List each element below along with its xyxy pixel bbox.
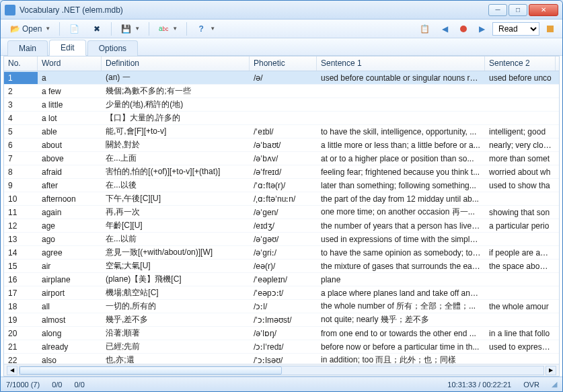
resize-grip-icon[interactable]: ◢ <box>552 380 557 389</box>
new-doc-button[interactable]: 📄 <box>64 22 84 36</box>
find-button[interactable]: abc▼ <box>153 22 182 36</box>
cell-sentence2: used before unco <box>485 72 556 84</box>
col-header-no[interactable]: No. <box>4 56 38 71</box>
cell-sentence2: nearly; very close <box>485 139 556 151</box>
save-button[interactable]: 💾▼ <box>116 22 145 36</box>
table-row[interactable]: 20along沿著;順著/əˈlɒŋ/from one end to or to… <box>4 327 559 340</box>
cell-word: afternoon <box>38 193 102 205</box>
app-window: Vocabulary .NET (elem.mdb) ─ □ ✕ 📂 Open … <box>0 0 563 392</box>
find-icon: abc <box>158 24 169 34</box>
table-row[interactable]: 17airport機場;航空站[C]/ˈeəpɔːt/a place where… <box>4 286 559 300</box>
cell-phonetic: /əˈlɒŋ/ <box>250 327 317 340</box>
cell-phonetic: /əˈfreɪd/ <box>250 166 317 178</box>
cell-no: 10 <box>4 193 38 205</box>
cell-phonetic <box>250 90 317 93</box>
status-counter2: 0/0 <box>74 381 84 389</box>
table-row[interactable]: 16airplane(plane)【美】飛機[C]/ˈeəpleɪn/plane <box>4 273 559 286</box>
table-row[interactable]: 2a few幾個;為數不多的;有一些 <box>4 85 559 98</box>
mode-select[interactable]: Read <box>492 22 539 36</box>
table-row[interactable]: 13ago在...以前/əˈgəʊ/used in expressions of… <box>4 233 559 246</box>
cell-sentence1: a little more or less than; a little bef… <box>317 139 485 151</box>
cell-definition: 再,再一次 <box>102 205 250 219</box>
col-header-definition[interactable]: Definition <box>102 56 250 71</box>
cell-phonetic: /əˈgəʊ/ <box>250 233 317 245</box>
table-row[interactable]: 19almost幾乎,差不多/ˈɔːlməʊst/not quite; near… <box>4 313 559 327</box>
cell-sentence2: in a line that follo <box>485 327 556 340</box>
cell-definition: (an) 一 <box>102 71 250 85</box>
tab-main[interactable]: Main <box>7 40 48 56</box>
cell-definition: 機場;航空站[C] <box>102 286 250 300</box>
cell-sentence2: used to express su <box>485 341 556 353</box>
scroll-right-button[interactable]: ▶ <box>546 366 556 375</box>
delete-button[interactable]: ✖ <box>87 22 107 36</box>
table-row[interactable]: 11again再,再一次/əˈgen/one more time; on ano… <box>4 206 559 219</box>
table-row[interactable]: 15air空氣;大氣[U]/eə(r)/the mixture of gases… <box>4 260 559 273</box>
table-row[interactable]: 10afternoon下午,午後[C][U]/ˌɑːftəˈnuːn/the p… <box>4 192 559 206</box>
table-row[interactable]: 8afraid害怕的,怕的[(+of)][+to-v][+(that)]/əˈf… <box>4 165 559 179</box>
tabstrip: Main Edit Options <box>1 38 562 56</box>
tab-options[interactable]: Options <box>87 40 138 56</box>
col-header-sentence1[interactable]: Sentence 1 <box>317 56 485 71</box>
stop-button[interactable] <box>542 22 558 36</box>
scroll-thumb[interactable] <box>20 366 282 375</box>
col-header-sentence2[interactable]: Sentence 2 <box>485 56 556 71</box>
cell-no: 11 <box>4 206 38 219</box>
cell-phonetic: /ˈeəpɔːt/ <box>250 287 317 299</box>
chevron-down-icon: ▼ <box>172 26 178 32</box>
table-row[interactable]: 12age年齡[C][U]/eɪdʒ/the number of years t… <box>4 219 559 233</box>
cell-no: 21 <box>4 341 38 353</box>
cell-sentence1 <box>317 90 485 93</box>
col-header-word[interactable]: Word <box>38 56 102 71</box>
cell-word: after <box>38 180 102 192</box>
cell-phonetic <box>250 117 317 120</box>
clipboard-button[interactable]: 📋 <box>414 22 435 36</box>
grid-body[interactable]: 1a(an) 一/ə/used before countable or sing… <box>4 71 559 364</box>
close-button[interactable]: ✕ <box>529 4 558 16</box>
cell-phonetic: /ˌɑːftəˈnuːn/ <box>250 193 317 205</box>
cell-no: 3 <box>4 99 38 111</box>
cell-no: 22 <box>4 354 38 364</box>
cell-word: airport <box>38 287 102 299</box>
table-row[interactable]: 21already已經;先前/ɔːlˈredɪ/before now or be… <box>4 340 559 354</box>
open-button[interactable]: 📂 Open ▼ <box>5 22 55 36</box>
save-icon: 💾 <box>120 24 131 34</box>
cell-definition: 也,亦;還 <box>102 353 250 364</box>
cell-sentence2: the whole amour <box>485 301 556 313</box>
cell-sentence2 <box>485 198 556 200</box>
table-row[interactable]: 3a little少量的(地),稍許的(地) <box>4 98 559 112</box>
maximize-button[interactable]: □ <box>509 4 527 16</box>
chevron-down-icon: ▼ <box>210 26 215 32</box>
toolbar: 📂 Open ▼ 📄 ✖ 💾▼ abc▼ ?▼ 📋 ◀ ▶ Read <box>1 19 562 38</box>
prev-button[interactable]: ◀ <box>437 22 453 36</box>
cell-word: air <box>38 260 102 272</box>
cell-definition: 已經;先前 <box>102 340 250 354</box>
table-row[interactable]: 18all一切的,所有的/ɔːl/the whole number of 所有；… <box>4 300 559 313</box>
cell-no: 12 <box>4 220 38 232</box>
next-button[interactable]: ▶ <box>474 22 490 36</box>
col-header-phonetic[interactable]: Phonetic <box>250 56 317 71</box>
tab-edit[interactable]: Edit <box>49 40 86 56</box>
cell-word: agree <box>38 247 102 259</box>
minimize-button[interactable]: ─ <box>488 4 507 16</box>
record-button[interactable] <box>455 22 472 36</box>
table-row[interactable]: 14agree意見一致[(+with/about/on)][W]/əˈgriː/… <box>4 246 559 260</box>
help-button[interactable]: ?▼ <box>191 22 220 36</box>
table-row[interactable]: 6about關於,對於/əˈbaʊt/a little more or less… <box>4 139 559 152</box>
cell-word: able <box>38 126 102 138</box>
cell-word: again <box>38 206 102 219</box>
scroll-left-button[interactable]: ◀ <box>7 366 17 375</box>
cell-sentence2 <box>485 104 556 106</box>
cell-phonetic: /ə/ <box>250 72 317 84</box>
cell-word: all <box>38 301 102 313</box>
table-row[interactable]: 7above在...上面/əˈbʌv/at or to a higher pla… <box>4 152 559 165</box>
table-row[interactable]: 4a lot【口】大量的,許多的 <box>4 112 559 125</box>
cell-sentence2 <box>485 117 556 120</box>
cell-sentence2: showing that son <box>485 206 556 219</box>
horizontal-scrollbar[interactable]: ◀ ▶ <box>4 364 559 376</box>
table-row[interactable]: 5able能,可,會[F][+to-v]/ˈeɪbl/to have the s… <box>4 125 559 139</box>
cell-definition: 少量的(地),稍許的(地) <box>102 97 250 112</box>
table-row[interactable]: 1a(an) 一/ə/used before countable or sing… <box>4 71 559 85</box>
scroll-track[interactable] <box>19 366 544 375</box>
table-row[interactable]: 22also也,亦;還/ˈɔːlsəʊ/in addition; too 而且；… <box>4 354 559 364</box>
table-row[interactable]: 9after在...以後/ˈɑːftə(r)/later than someth… <box>4 179 559 192</box>
